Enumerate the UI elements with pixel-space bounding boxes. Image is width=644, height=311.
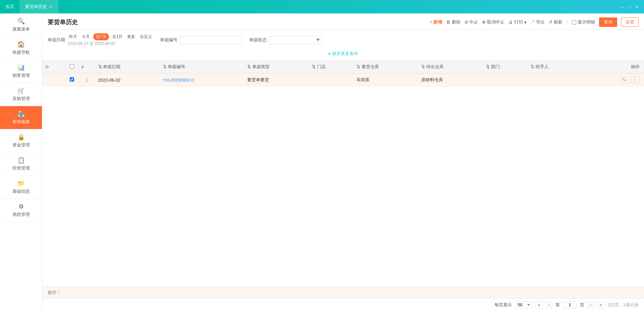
maximize-btn[interactable]: □ (628, 4, 631, 9)
total-info: 共1页，1条记录 (608, 302, 639, 308)
cell-doc-number[interactable]: YH-20230602-0 (160, 74, 244, 87)
date-shortcuts: 昨天 今天 近7天 近1月 更多 自定义 (68, 33, 153, 40)
date-last7days[interactable]: 近7天 (93, 33, 109, 40)
sidebar-item-label: 搜索菜单 (12, 26, 30, 32)
sidebar-item-purchase[interactable]: 🛒 采购管理 (0, 83, 42, 106)
cell-store (309, 74, 354, 87)
cell-doc-type: 要货单要货 (244, 74, 309, 87)
sort-icon: ⇅ (486, 64, 491, 69)
sort-icon: ⇅ (312, 64, 317, 69)
display-detail-label[interactable]: 显示明细 (572, 19, 595, 25)
top-tabs: 首页 要货单历史 ✕ (0, 0, 614, 13)
settings-button[interactable]: 设置 (621, 17, 639, 27)
date-range-display: 2023-05-27 至 2023-06-02 (68, 41, 153, 47)
minimize-btn[interactable]: — (620, 4, 624, 9)
table-row: 1 2023-06-02 YH-20230602-0 要货单要货 车间库 原材料… (42, 74, 644, 87)
sidebar-item-search-menu[interactable]: 🔍 搜索菜单 (0, 13, 42, 37)
col-doc-number-header[interactable]: ⇅ 单据编号 (160, 60, 244, 74)
inventory-icon: 🏪 (17, 110, 25, 118)
sys-icon: ⚙ (18, 203, 24, 210)
col-doc-date-header[interactable]: ⇅ 单据日期 (95, 60, 160, 74)
sidebar-item-quick-nav[interactable]: 🏠 快捷导航 (0, 37, 42, 60)
edit-action-icon[interactable]: ✎ (620, 76, 628, 84)
sidebar-item-basic-info[interactable]: 📁 基础信息 (0, 176, 42, 199)
sidebar-item-label: 资金管理 (12, 142, 30, 148)
table-footer: 合计： (42, 286, 644, 298)
page-title: 要货单历史 (48, 18, 78, 26)
page-number-input[interactable] (563, 301, 577, 308)
window-controls: — □ ✕ (614, 4, 644, 9)
tab-home[interactable]: 首页 (0, 0, 20, 13)
doc-number-filter: 单据编号 (160, 36, 243, 44)
col-checkbox-header (65, 60, 78, 74)
doc-status-filter: 单据状态 (249, 36, 323, 44)
filter-bar: 单据日期 昨天 今天 近7天 近1月 更多 自定义 2023-05-27 至 2… (42, 30, 644, 60)
new-button[interactable]: + 新增 (430, 19, 442, 25)
first-page-btn[interactable]: « (535, 301, 542, 308)
quick-nav-icon: 🏠 (17, 41, 25, 48)
filter-row-1: 单据日期 昨天 今天 近7天 近1月 更多 自定义 2023-05-27 至 2… (48, 33, 639, 47)
select-all-checkbox[interactable] (70, 64, 74, 69)
cell-handler (528, 74, 583, 87)
sales-icon: 📊 (17, 64, 25, 71)
sidebar-item-ops[interactable]: 📋 经营管理 (0, 152, 42, 176)
date-last1month[interactable]: 近1月 (111, 34, 124, 40)
purchase-icon: 🛒 (17, 87, 25, 94)
close-btn[interactable]: ✕ (635, 4, 639, 9)
filter-row-2: ▾ 展开更多条件 (48, 49, 639, 57)
refresh-button[interactable]: ↺ 刷新 (549, 19, 562, 25)
date-today[interactable]: 今天 (80, 34, 91, 40)
cell-checkbox (65, 74, 78, 87)
prev-page-btn[interactable]: ‹ (546, 301, 552, 308)
tab-home-label: 首页 (5, 4, 14, 10)
doc-number-link[interactable]: YH-20230602-0 (163, 78, 194, 83)
date-more[interactable]: 更多 (126, 34, 137, 40)
page-suffix-label: 页 (580, 302, 584, 308)
tab-requisition-history[interactable]: 要货单历史 ✕ (20, 0, 58, 13)
row-checkbox[interactable] (70, 77, 74, 82)
header-actions: + 新增 🗑 删除 ⊘ 中止 ⊗ 取消中止 🖨 打印 ▾ ↗ 导出 ↺ 刷新 |… (430, 17, 639, 27)
export-button[interactable]: ↗ 导出 (531, 19, 545, 25)
sidebar-item-sys[interactable]: ⚙ 系统管理 (0, 199, 42, 222)
col-handler-header[interactable]: ⇅ 经手人 (528, 60, 583, 74)
sidebar-item-label: 库存核算 (12, 119, 30, 125)
sidebar-item-label: 经营管理 (12, 165, 30, 171)
more-action-icon[interactable]: ⋮ (631, 76, 640, 84)
data-table: ⚙ # ⇅ 单据日期 ⇅ 单据编号 (42, 60, 644, 87)
search-menu-icon: 🔍 (17, 17, 25, 25)
col-settings[interactable]: ⚙ (42, 60, 65, 74)
tab-close-icon[interactable]: ✕ (49, 4, 52, 9)
sort-icon: ⇅ (531, 64, 536, 69)
last-page-btn[interactable]: » (597, 301, 604, 308)
delete-button[interactable]: 🗑 删除 (446, 19, 461, 25)
col-store-header[interactable]: ⇅ 门店 (309, 60, 354, 74)
date-filter: 单据日期 昨天 今天 近7天 近1月 更多 自定义 2023-05-27 至 2… (48, 33, 153, 47)
doc-status-label: 单据状态 (249, 37, 267, 43)
sidebar-item-label: 快捷导航 (12, 49, 30, 55)
table-settings-icon[interactable]: ⚙ (45, 64, 49, 70)
data-table-container: ⚙ # ⇅ 单据日期 ⇅ 单据编号 (42, 60, 644, 286)
doc-number-input[interactable] (180, 36, 243, 44)
col-req-warehouse-header[interactable]: ⇅ 要货仓库 (354, 60, 419, 74)
cancel-stop-button[interactable]: ⊗ 取消中止 (482, 19, 504, 25)
expand-more-btn[interactable]: ▾ 展开更多条件 (328, 51, 358, 57)
sidebar: 🔍 搜索菜单 🏠 快捷导航 📊 销售管理 🛒 采购管理 🏪 库存核算 🔒 资金管… (0, 13, 42, 311)
sidebar-item-inventory[interactable]: 🏪 库存核算 (0, 106, 42, 129)
total-label: 合计： (48, 290, 61, 296)
date-yesterday[interactable]: 昨天 (68, 34, 78, 40)
sidebar-item-finance[interactable]: 🔒 资金管理 (0, 129, 42, 152)
date-custom[interactable]: 自定义 (139, 34, 153, 40)
query-button[interactable]: 查询 (599, 17, 617, 27)
pagination-bar: 每页显示 50 20 100 200 « ‹ 第 页 › » 共1页，1条记录 (42, 298, 644, 311)
col-dest-warehouse-header[interactable]: ⇅ 待出仓库 (419, 60, 483, 74)
sidebar-item-sales[interactable]: 📊 销售管理 (0, 60, 42, 83)
col-department-header[interactable]: ⇅ 部门 (483, 60, 528, 74)
next-page-btn[interactable]: › (588, 301, 594, 308)
stop-button[interactable]: ⊘ 中止 (465, 19, 478, 25)
doc-status-select[interactable] (269, 36, 323, 44)
display-detail-checkbox[interactable] (572, 20, 576, 25)
print-button[interactable]: 🖨 打印 ▾ (508, 19, 527, 25)
page-prefix-label: 第 (555, 302, 560, 308)
per-page-select[interactable]: 50 20 100 200 (515, 301, 532, 308)
col-doc-type-header[interactable]: ⇅ 单据类型 (244, 60, 309, 74)
